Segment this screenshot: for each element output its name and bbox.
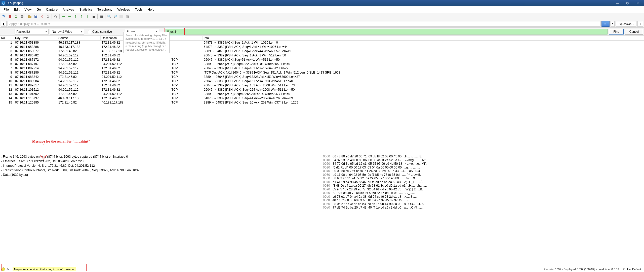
- svg-point-2: [21, 16, 22, 17]
- stop-capture-icon[interactable]: [7, 14, 13, 19]
- packet-row[interactable]: 1107:16:11.08981794.201.52.112172.31.46.…: [0, 83, 644, 88]
- restart-capture-icon[interactable]: [13, 14, 19, 19]
- packet-row[interactable]: 207:16:11.05388646.183.117.188172.31.46.…: [0, 45, 644, 49]
- search-in-dropdown[interactable]: Packet list: [15, 29, 49, 35]
- zoom-in-icon[interactable]: 🔍: [106, 14, 112, 19]
- col-time[interactable]: Day Time: [14, 36, 57, 40]
- menu-wireless[interactable]: Wireless: [115, 7, 132, 12]
- packet-bytes-pane[interactable]: 0000 06 48 80 e6 d7 20 06 71 09 cb f8 02…: [322, 154, 644, 265]
- detail-item[interactable]: Frame 346: 1093 bytes on wire (8744 bits…: [1, 155, 321, 159]
- annotation-text: Message for the search for "linuxhint": [32, 140, 90, 144]
- detail-item[interactable]: Ethernet II, Src: 06:71:09:cb:f8:02, Dst…: [1, 159, 321, 164]
- svg-point-5: [54, 15, 56, 17]
- case-sensitive-checkbox[interactable]: Case sensitive: [88, 30, 112, 33]
- go-last-icon[interactable]: ⇓: [85, 14, 90, 19]
- zoom-out-icon[interactable]: 🔎: [112, 14, 118, 19]
- main-toolbar: ⬅ ➡ ⤒ ⇑ ⇓ ≣ ▦ 🔍 🔎 ⬜ ▥: [0, 13, 644, 20]
- menu-tools[interactable]: Tools: [132, 7, 145, 12]
- menu-bar: File Edit View Go Capture Analyze Statis…: [0, 6, 644, 13]
- expression-button[interactable]: Expression…: [616, 21, 636, 27]
- packet-row[interactable]: 1007:16:11.08898494.201.52.112172.31.46.…: [0, 79, 644, 83]
- maximize-button[interactable]: ▢: [622, 0, 632, 6]
- menu-file[interactable]: File: [1, 7, 11, 12]
- detail-item[interactable]: Data (1039 bytes): [1, 173, 321, 177]
- packet-list[interactable]: No Day Time Source Destination Info 107:…: [0, 36, 644, 154]
- capture-options-icon[interactable]: [19, 14, 25, 19]
- go-to-packet-icon[interactable]: ⤒: [73, 14, 78, 19]
- search-tooltip: Search for data using display filter syn…: [123, 32, 170, 53]
- search-charset-dropdown[interactable]: Narrow & Wide: [50, 29, 84, 35]
- resize-columns-icon[interactable]: ▥: [125, 14, 130, 19]
- packet-row[interactable]: 1407:16:11.11679746.183.117.188172.31.46…: [0, 96, 644, 100]
- display-filter-input[interactable]: [8, 21, 600, 27]
- menu-edit[interactable]: Edit: [11, 7, 22, 12]
- menu-statistics[interactable]: Statistics: [77, 7, 95, 12]
- hex-row[interactable]: 00a0 f9 18 ff 0d 49 72 6c c9 ef 5f 6c c2…: [323, 191, 643, 195]
- cancel-button[interactable]: Cancel: [625, 29, 643, 35]
- find-packet-icon[interactable]: [53, 14, 58, 19]
- filter-bookmark-icon[interactable]: ◧: [1, 21, 7, 27]
- packet-row[interactable]: 407:16:11.08678294.201.52.112172.31.46.8…: [0, 53, 644, 58]
- menu-help[interactable]: Help: [145, 7, 157, 12]
- zoom-reset-icon[interactable]: ⬜: [118, 14, 124, 19]
- packet-row[interactable]: 1207:16:11.10151294.201.52.112172.31.46.…: [0, 88, 644, 92]
- packet-row[interactable]: 807:16:11.08728694.201.52.112172.31.46.8…: [0, 71, 644, 75]
- hex-row[interactable]: 0040 00 03 5c b6 7f ff be f0 61 24 ed 83…: [323, 169, 643, 173]
- hex-row[interactable]: 0010 04 37 23 6d 40 00 80 06 00 00 ac 1f…: [323, 158, 643, 162]
- close-button[interactable]: ✕: [632, 0, 642, 6]
- hex-row[interactable]: 00c0 e0 c7 7d 60 06 b0 03 b0 81 3a 7c 97…: [323, 198, 643, 202]
- open-file-icon[interactable]: [27, 14, 32, 19]
- close-file-icon[interactable]: [39, 14, 45, 19]
- col-info[interactable]: Info: [203, 36, 640, 40]
- packet-row[interactable]: 307:16:11.059077172.31.46.8246.183.117.1…: [0, 49, 644, 53]
- minimize-button[interactable]: —: [612, 0, 622, 6]
- go-first-icon[interactable]: ⇑: [79, 14, 84, 19]
- hex-row[interactable]: 0020 34 70 0d 3d 65 bd 12 c1 05 65 95 96…: [323, 162, 643, 166]
- menu-view[interactable]: View: [22, 7, 34, 12]
- colorize-icon[interactable]: ▦: [99, 14, 104, 19]
- hex-row[interactable]: 00d0 38 0b e7 a7 4f 52 c5 e3 7c db 15 9b…: [323, 202, 643, 206]
- find-toolbar: Packet list Narrow & Wide Case sensitive…: [0, 28, 644, 36]
- add-filter-button[interactable]: +: [637, 21, 643, 27]
- svg-rect-0: [9, 15, 11, 18]
- window-title: DP2.pcapng: [7, 1, 23, 5]
- filter-history-dropdown[interactable]: ▾: [611, 21, 615, 27]
- hex-row[interactable]: 0060 88 fa ff cd 11 74 77 12 ba 2e 05 39…: [323, 177, 643, 180]
- menu-capture[interactable]: Capture: [44, 7, 60, 12]
- filter-apply-button[interactable]: ➡: [601, 21, 610, 27]
- col-no[interactable]: No: [0, 36, 14, 40]
- packet-row[interactable]: 1307:16:11.101552172.31.46.8294.201.52.1…: [0, 92, 644, 96]
- find-button[interactable]: Find: [609, 29, 623, 35]
- menu-telephony[interactable]: Telephony: [95, 7, 115, 12]
- detail-item[interactable]: Internet Protocol Version 4, Src: 172.31…: [1, 164, 321, 168]
- hex-row[interactable]: 0090 c5 9f 57 da 28 29 e5 7c 32 04 91 d4…: [323, 188, 643, 191]
- case-sensitive-label: Case sensitive: [92, 30, 112, 33]
- hex-row[interactable]: 00e0 77 d9 74 2c ba 20 b7 43 40 f4 1e c4…: [323, 206, 643, 210]
- reload-icon[interactable]: [45, 14, 51, 19]
- menu-go[interactable]: Go: [34, 7, 43, 12]
- hex-row[interactable]: 0070 a1 41 29 a4 93 45 5f 46 d3 fa c0 ab…: [323, 180, 643, 184]
- hex-row[interactable]: 0050 e9 11 90 bf 94 22 05 5e 9c f1 b5 4c…: [323, 173, 643, 177]
- packet-row[interactable]: 907:16:11.088342172.31.46.8294.201.52.11…: [0, 75, 644, 79]
- packet-row[interactable]: 107:16:11.05388646.183.117.188172.31.46.…: [0, 41, 644, 45]
- packet-details-pane[interactable]: Frame 346: 1093 bytes on wire (8744 bits…: [0, 154, 322, 265]
- packet-row[interactable]: 707:16:11.08721494.201.52.112172.31.46.8…: [0, 66, 644, 71]
- packet-row[interactable]: 1507:16:11.120985172.31.46.8246.183.117.…: [0, 100, 644, 105]
- packet-row[interactable]: 507:16:11.08717294.201.52.112172.31.46.8…: [0, 58, 644, 62]
- packet-row[interactable]: 607:16:11.087197172.31.46.8294.201.52.11…: [0, 62, 644, 66]
- go-back-icon[interactable]: ⬅: [61, 14, 66, 19]
- start-capture-icon[interactable]: [1, 14, 7, 19]
- auto-scroll-icon[interactable]: ≣: [91, 14, 96, 19]
- hex-row[interactable]: 0080 f3 48 0e c4 1a ea 00 27 db 68 61 3c…: [323, 184, 643, 188]
- hex-row[interactable]: 00b0 cd 78 e1 b7 04 a4 9a 38 0d 04 ce f6…: [323, 195, 643, 199]
- detail-item[interactable]: Transmission Control Protocol, Src Port:…: [1, 168, 321, 173]
- col-source[interactable]: Source: [57, 36, 101, 40]
- hex-row[interactable]: 0030 f6 d1 71 d4 00 00 17 03 03 04 0a 00…: [323, 166, 643, 169]
- hex-row[interactable]: 0000 06 48 80 e6 d7 20 06 71 09 cb f8 02…: [323, 155, 643, 158]
- app-icon: [2, 1, 5, 5]
- find-input[interactable]: [166, 29, 608, 35]
- menu-analyze[interactable]: Analyze: [60, 7, 77, 12]
- go-forward-icon[interactable]: ➡: [67, 14, 72, 19]
- save-file-icon[interactable]: [33, 14, 38, 19]
- svg-rect-4: [35, 15, 36, 16]
